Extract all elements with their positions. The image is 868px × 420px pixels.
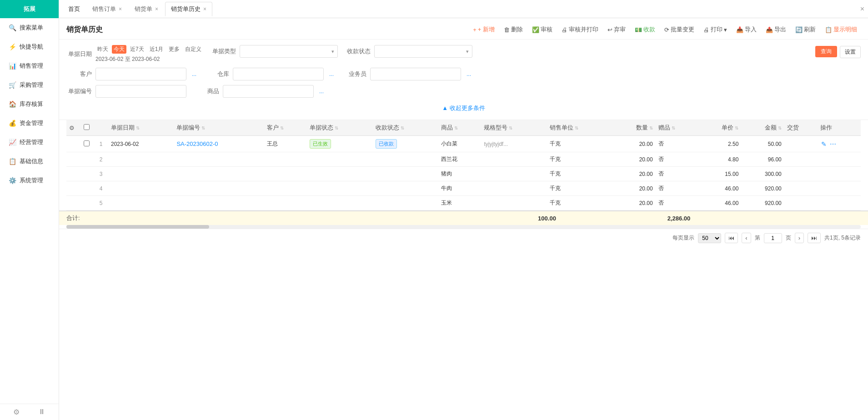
doc-number-link[interactable]: SA-20230602-0 — [176, 140, 218, 147]
goods-select-btn[interactable]: ... — [319, 88, 324, 95]
th-amount[interactable]: 金额 ⇅ — [741, 120, 784, 136]
th-spec[interactable]: 规格型号 ⇅ — [481, 120, 547, 136]
cell-action — [818, 152, 861, 167]
cell-date: 2023-06-02 — [108, 136, 174, 152]
sidebar-item-ops-mgmt[interactable]: 📈 经营管理 — [0, 133, 59, 152]
sort-customer-icon[interactable]: ⇅ — [280, 125, 284, 130]
sidebar-settings-btn[interactable]: ⚙ — [13, 408, 20, 416]
sort-price-icon[interactable]: ⇅ — [735, 125, 738, 130]
date-tab-custom[interactable]: 自定义 — [183, 45, 203, 54]
toolbar-show-detail-btn[interactable]: 📋 显示明细 — [821, 24, 861, 35]
sort-unit-icon[interactable]: ⇅ — [575, 125, 578, 130]
th-date[interactable]: 单据日期 ⇅ — [108, 120, 174, 136]
sidebar-item-system-mgmt[interactable]: ⚙️ 系统管理 — [0, 171, 59, 190]
tab-close-sales-goods[interactable]: × — [155, 6, 158, 12]
row-edit-btn[interactable]: ✎ — [821, 140, 827, 148]
staff-select-btn[interactable]: ... — [467, 71, 471, 77]
audit-icon: ✅ — [532, 26, 539, 33]
tab-close-sales-order[interactable]: × — [119, 6, 122, 12]
sort-pay-status-icon[interactable]: ⇅ — [401, 125, 404, 130]
sidebar-item-basic-info[interactable]: 📋 基础信息 — [0, 152, 59, 171]
sort-gift-icon[interactable]: ⇅ — [672, 125, 675, 130]
date-tab-yesterday[interactable]: 昨天 — [95, 45, 110, 54]
customer-select-btn[interactable]: ... — [192, 71, 196, 77]
prev-page-btn[interactable]: ‹ — [742, 233, 751, 243]
sidebar-item-purchase-mgmt[interactable]: 🛒 采购管理 — [0, 75, 59, 95]
tab-close-sales-history[interactable]: × — [203, 6, 206, 12]
toolbar-batch-change-btn[interactable]: ⟳ 批量变更 — [661, 24, 698, 35]
th-qty[interactable]: 数量 ⇅ — [612, 120, 655, 136]
doc-number-input[interactable] — [95, 85, 186, 98]
page-number-input[interactable] — [764, 233, 782, 243]
toolbar-delete-btn[interactable]: 🗑 删除 — [500, 24, 527, 35]
select-all-checkbox[interactable] — [84, 124, 90, 130]
basic-info-icon: 📋 — [9, 158, 16, 165]
sidebar-item-search-menu[interactable]: 🔍 搜索菜单 — [0, 18, 59, 37]
cell-goods: 西兰花 — [438, 152, 481, 167]
doc-type-select[interactable] — [240, 45, 338, 58]
toolbar-abandon-btn[interactable]: ↩ 弃审 — [604, 24, 629, 35]
pay-status-select[interactable] — [374, 45, 472, 58]
tabs-close-all-btn[interactable]: × — [860, 5, 864, 13]
sort-qty-icon[interactable]: ⇅ — [649, 125, 653, 130]
date-tab-1month[interactable]: 近1月 — [148, 45, 166, 54]
query-btn[interactable]: 查询 — [815, 46, 837, 57]
date-tab-more[interactable]: 更多 — [167, 45, 181, 54]
th-unit[interactable]: 销售单位 ⇅ — [547, 120, 612, 136]
toolbar-export-btn[interactable]: 📤 导出 — [762, 24, 790, 35]
cell-checkbox — [81, 152, 94, 167]
settings-btn[interactable]: 设置 — [840, 46, 861, 58]
row-checkbox[interactable] — [84, 140, 90, 146]
sort-spec-icon[interactable]: ⇅ — [509, 125, 512, 130]
sidebar-item-quick-nav[interactable]: ⚡ 快捷导航 — [0, 37, 59, 56]
table-setting-icon[interactable]: ⚙ — [69, 125, 75, 131]
next-page-btn[interactable]: › — [795, 233, 804, 243]
tab-sales-order[interactable]: 销售订单 × — [86, 2, 128, 16]
sort-doc-status-icon[interactable]: ⇅ — [335, 125, 338, 130]
th-customer[interactable]: 客户 ⇅ — [264, 120, 307, 136]
tab-sales-goods[interactable]: 销货单 × — [129, 2, 164, 16]
customer-input[interactable] — [95, 68, 186, 80]
scroll-thumb[interactable] — [66, 225, 209, 229]
first-page-btn[interactable]: ⏮ — [725, 233, 738, 243]
row-more-btn[interactable]: ⋯ — [830, 140, 836, 148]
sort-number-icon[interactable]: ⇅ — [201, 125, 205, 130]
staff-input[interactable] — [370, 68, 461, 80]
tab-home[interactable]: 首页 — [63, 0, 85, 18]
th-pay-status[interactable]: 收款状态 ⇅ — [373, 120, 438, 136]
per-page-select[interactable]: 50 20 100 — [698, 233, 721, 243]
sidebar-item-sales-mgmt[interactable]: 📊 销售管理 — [0, 56, 59, 75]
new-icon: + — [473, 26, 477, 33]
toolbar-audit-btn[interactable]: ✅ 审核 — [528, 24, 556, 35]
toolbar-import-btn[interactable]: 📥 导入 — [733, 24, 760, 35]
th-goods[interactable]: 商品 ⇅ — [438, 120, 481, 136]
tab-sales-history[interactable]: 销货单历史 × — [165, 2, 212, 16]
date-tab-7days[interactable]: 近7天 — [128, 45, 146, 54]
sidebar-item-finance-mgmt[interactable]: 💰 资金管理 — [0, 114, 59, 133]
collapse-filter-btn[interactable]: ▲ 收起更多条件 — [66, 102, 861, 114]
sort-date-icon[interactable]: ⇅ — [136, 125, 140, 130]
date-tab-today[interactable]: 今天 — [112, 45, 126, 54]
sort-amount-icon[interactable]: ⇅ — [778, 125, 782, 130]
sidebar-item-inventory[interactable]: 🏠 库存核算 — [0, 95, 59, 114]
show-detail-icon: 📋 — [825, 26, 832, 33]
th-doc-status[interactable]: 单据状态 ⇅ — [307, 120, 372, 136]
sidebar-collapse-btn[interactable]: ⏸ — [38, 408, 45, 416]
last-page-btn[interactable]: ⏭ — [808, 233, 821, 243]
horizontal-scrollbar[interactable] — [66, 225, 861, 229]
page-label: 第 — [755, 234, 760, 242]
cell-setting — [66, 136, 81, 152]
toolbar-audit-print-btn[interactable]: 🖨 审核并打印 — [558, 24, 602, 35]
goods-input[interactable] — [223, 85, 314, 98]
cell-unit: 千克 — [547, 196, 612, 210]
th-gift[interactable]: 赠品 ⇅ — [656, 120, 698, 136]
toolbar-refresh-btn[interactable]: 🔄 刷新 — [792, 24, 819, 35]
toolbar-collect-btn[interactable]: 💵 收款 — [631, 24, 659, 35]
th-price[interactable]: 单价 ⇅ — [698, 120, 741, 136]
warehouse-input[interactable] — [233, 68, 324, 80]
th-number[interactable]: 单据编号 ⇅ — [174, 120, 264, 136]
sort-goods-icon[interactable]: ⇅ — [454, 125, 458, 130]
toolbar-print-btn[interactable]: 🖨 打印 ▾ — [700, 24, 731, 35]
warehouse-select-btn[interactable]: ... — [329, 71, 334, 77]
toolbar-new-btn[interactable]: + + 新增 — [469, 24, 498, 35]
